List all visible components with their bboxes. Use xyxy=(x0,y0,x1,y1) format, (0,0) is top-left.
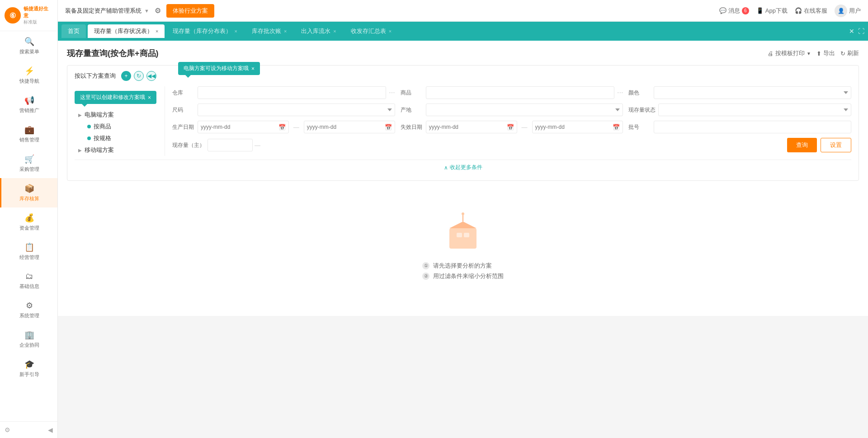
app-download-btn[interactable]: 📱 App下载 xyxy=(756,7,788,15)
operations-icon: 📋 xyxy=(24,242,34,252)
header-left: 装备及固定资产辅助管理系统 ▼ ⚙ 体验行业方案 xyxy=(65,4,214,18)
tree-dot-icon xyxy=(87,125,91,128)
tab-close-batch-account[interactable]: × xyxy=(284,28,287,34)
headset-icon: 🎧 xyxy=(795,7,802,14)
tab-inventory-status[interactable]: 现存量（库存状况表） × xyxy=(88,24,165,38)
filter-body: 这里可以创建和修改方案哦 × ▶ 电脑端方案 按商品 xyxy=(75,86,851,156)
sidebar-item-finance[interactable]: 💰 资金管理 xyxy=(0,207,57,237)
sidebar-item-basic-info[interactable]: 🗂 基础信息 xyxy=(0,266,57,295)
warehouse-input[interactable] xyxy=(198,86,386,99)
app-selector[interactable]: 装备及固定资产辅助管理系统 ▼ xyxy=(65,7,149,15)
filter-field-size: 尺码 xyxy=(172,104,395,116)
tab-maximize-icon[interactable]: ⛶ xyxy=(858,28,864,35)
settings-bottom-icon[interactable]: ⚙ xyxy=(5,426,10,433)
warehouse-dots-icon[interactable]: ··· xyxy=(389,89,395,97)
prod-date-start-input[interactable] xyxy=(201,124,277,130)
tab-receive-summary[interactable]: 收发存汇总表 × xyxy=(344,24,398,38)
refresh-btn[interactable]: ↻ 刷新 xyxy=(840,49,859,57)
filter-row-2: 尺码 产地 xyxy=(172,104,851,116)
expire-date-start-input[interactable] xyxy=(429,124,505,130)
search-btn[interactable]: 查询 xyxy=(787,138,817,152)
header: 装备及固定资产辅助管理系统 ▼ ⚙ 体验行业方案 💬 消息 6 📱 App下载 … xyxy=(58,0,868,22)
page-content: 现存量查询(按仓库+商品) 🖨 按模板打印 ▼ ⬆ 导出 ↻ 刷新 xyxy=(58,41,868,438)
stock-status-select[interactable] xyxy=(658,104,851,116)
filter-actions: + ↻ ◀◀ xyxy=(121,71,156,81)
guide-icon: 🎓 xyxy=(24,359,34,369)
sidebar-item-search-menu[interactable]: 🔍 搜索菜单 xyxy=(0,31,57,61)
origin-select[interactable] xyxy=(426,104,623,116)
notifications-btn[interactable]: 💬 消息 6 xyxy=(719,7,749,15)
batch-input[interactable] xyxy=(654,121,851,133)
tooltip2-close-btn[interactable]: × xyxy=(148,94,151,101)
filter-field-expire-date: 失效日期 📅 — 📅 xyxy=(401,121,623,133)
scheme-by-goods[interactable]: 按商品 xyxy=(84,121,159,132)
svg-marker-1 xyxy=(449,221,476,228)
sidebar-logo: ⑥ 畅捷通好生意 标准版 xyxy=(0,0,57,31)
add-scheme-btn[interactable]: + xyxy=(121,71,131,81)
expire-date-end-input[interactable] xyxy=(535,124,611,130)
export-btn[interactable]: ⬆ 导出 xyxy=(816,49,835,57)
tab-close-inventory-dist[interactable]: × xyxy=(234,28,237,34)
sidebar-item-quick-nav[interactable]: ⚡ 快捷导航 xyxy=(0,61,57,90)
collapse-sidebar-icon[interactable]: ◀ xyxy=(48,426,53,433)
sidebar-item-inventory[interactable]: 📦 库存核算 xyxy=(0,178,57,207)
tab-close-inventory-status[interactable]: × xyxy=(156,28,158,34)
enterprise-icon: 🏢 xyxy=(24,330,34,340)
page-inner: 现存量查询(按仓库+商品) 🖨 按模板打印 ▼ ⬆ 导出 ↻ 刷新 xyxy=(58,41,868,316)
stock-qty-min-input[interactable] xyxy=(208,139,253,151)
sidebar-item-enterprise[interactable]: 🏢 企业协同 xyxy=(0,325,57,354)
tab-inout-flow[interactable]: 出入库流水 × xyxy=(295,24,342,38)
reset-btn[interactable]: 设置 xyxy=(821,138,851,152)
quick-nav-icon: ⚡ xyxy=(24,66,34,76)
print-btn[interactable]: 🖨 按模板打印 ▼ xyxy=(768,49,811,57)
filter-label: 按以下方案查询 xyxy=(75,72,116,80)
back-scheme-btn[interactable]: ◀◀ xyxy=(146,71,156,81)
collapse-btn[interactable]: ∧ 收起更多条件 xyxy=(75,160,851,175)
header-gear-icon[interactable]: ⚙ xyxy=(155,6,161,15)
prod-date-end-calendar-icon[interactable]: 📅 xyxy=(385,124,392,131)
tab-batch-account[interactable]: 库存批次账 × xyxy=(245,24,293,38)
online-service-btn[interactable]: 🎧 在线客服 xyxy=(795,7,827,15)
expire-date-start-calendar-icon[interactable]: 📅 xyxy=(507,124,514,131)
filter-main-col: 仓库 ··· 商品 ··· 颜色 xyxy=(172,86,851,156)
export-icon: ⬆ xyxy=(816,50,821,57)
sidebar-item-sales[interactable]: 💼 销售管理 xyxy=(0,119,57,149)
prod-date-start-calendar-icon[interactable]: 📅 xyxy=(278,124,286,131)
sidebar-item-guide[interactable]: 🎓 新手引导 xyxy=(0,354,57,383)
tab-inventory-dist[interactable]: 现存量（库存分布表） × xyxy=(166,24,243,38)
filter-header: 按以下方案查询 + ↻ ◀◀ 电脑方案可设为移动方案哦 × xyxy=(75,71,851,81)
tooltip1-close-btn[interactable]: × xyxy=(251,66,255,72)
color-select[interactable] xyxy=(654,86,851,99)
tabs-bar-right: ✕ ⛶ xyxy=(849,28,864,35)
goods-input[interactable] xyxy=(426,86,614,99)
sidebar-item-operations[interactable]: 📋 经营管理 xyxy=(0,237,57,266)
search-btn-group: 查询 设置 xyxy=(787,138,851,152)
sidebar-item-marketing[interactable]: 📢 营销推广 xyxy=(0,90,57,119)
scheme-desktop[interactable]: ▶ 电脑端方案 xyxy=(75,109,159,121)
filter-section: 按以下方案查询 + ↻ ◀◀ 电脑方案可设为移动方案哦 × xyxy=(67,65,859,181)
size-select[interactable] xyxy=(198,104,395,116)
tab-close-all-icon[interactable]: ✕ xyxy=(849,28,854,35)
tab-close-receive-summary[interactable]: × xyxy=(389,28,392,34)
user-avatar: 👤 xyxy=(835,5,847,17)
prod-date-end-input[interactable] xyxy=(307,124,383,130)
goods-dots-icon[interactable]: ··· xyxy=(617,89,623,97)
finance-icon: 💰 xyxy=(24,213,34,223)
empty-illustration xyxy=(440,208,486,253)
tab-home[interactable]: 首页 xyxy=(61,24,86,38)
basic-info-icon: 🗂 xyxy=(25,272,33,281)
scheme-mobile[interactable]: ▶ 移动端方案 xyxy=(75,144,159,156)
sidebar-item-system[interactable]: ⚙ 系统管理 xyxy=(0,295,57,325)
sidebar: ⑥ 畅捷通好生意 标准版 🔍 搜索菜单 ⚡ 快捷导航 📢 营销推广 💼 销售管理… xyxy=(0,0,58,438)
refresh-scheme-btn[interactable]: ↻ xyxy=(134,71,144,81)
scheme-by-spec[interactable]: 按规格 xyxy=(84,132,159,144)
sidebar-item-purchase[interactable]: 🛒 采购管理 xyxy=(0,149,57,178)
empty-state: ① 请先选择要分析的方案 ② 用过滤条件来缩小分析范围 xyxy=(67,181,859,309)
svg-rect-3 xyxy=(464,233,469,237)
filter-field-origin: 产地 xyxy=(401,104,623,116)
industry-btn[interactable]: 体验行业方案 xyxy=(166,4,214,18)
page-actions: 🖨 按模板打印 ▼ ⬆ 导出 ↻ 刷新 xyxy=(768,49,859,57)
expire-date-end-calendar-icon[interactable]: 📅 xyxy=(613,124,620,131)
tab-close-inout-flow[interactable]: × xyxy=(333,28,336,34)
user-btn[interactable]: 👤 用户 xyxy=(835,5,861,17)
